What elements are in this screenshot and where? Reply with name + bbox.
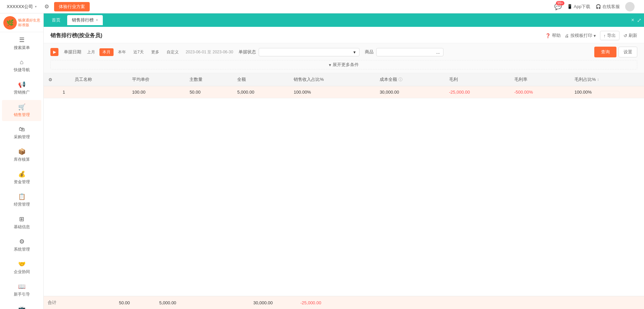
- sidebar-item-appstore[interactable]: 📺 应用中心: [2, 302, 41, 309]
- sales-icon: 🛒: [18, 103, 26, 111]
- settings-icon[interactable]: ⚙: [42, 2, 51, 11]
- export-button[interactable]: ↑ 导出: [600, 31, 620, 40]
- avatar[interactable]: [625, 2, 635, 11]
- sidebar-item-cooperation[interactable]: 🤝 企业协同: [2, 257, 41, 278]
- col-avg-price: 平均单价: [128, 73, 185, 86]
- status-select[interactable]: ▾: [259, 48, 359, 56]
- page-content: 销售排行榜(按业务员) ❓ 帮助 🖨 按模板打印 ▾ ↑ 导出: [44, 27, 644, 309]
- refresh-label: 刷新: [629, 33, 637, 39]
- sidebar-item-guide[interactable]: 📖 新手引导: [2, 279, 41, 301]
- export-icon: ↑: [604, 33, 606, 38]
- expand-down-icon: ▾: [329, 62, 331, 67]
- ranking-table: ⚙ 员工名称 平均单价 主数量 全额 销售收入占比% 成本全额 ⓘ 毛利: [44, 73, 644, 98]
- message-icon[interactable]: 💬 99+: [554, 3, 562, 10]
- footer-cells: 50.00 5,000.00 30,000.00 -25,000.00: [75, 300, 640, 305]
- table-header-row: ⚙ 员工名称 平均单价 主数量 全额 销售收入占比% 成本全额 ⓘ 毛利: [44, 73, 644, 86]
- col-profit: 毛利: [445, 73, 510, 86]
- finance-icon: 💰: [18, 170, 26, 178]
- table-row: 1 100.00 50.00 5,000.00 100.00% 30,000.0…: [44, 86, 644, 98]
- chevron-down-icon: ▾: [35, 5, 37, 8]
- marketing-icon: 📢: [18, 81, 26, 88]
- sidebar-item-marketing[interactable]: 📢 营销推广: [2, 78, 41, 99]
- sidebar-item-sales[interactable]: 🛒 销售管理: [2, 100, 41, 121]
- help-icon: ❓: [545, 33, 551, 38]
- search-order-icon: ☰: [19, 36, 25, 44]
- footer-total-label: 合计: [48, 300, 75, 306]
- home-icon: ⌂: [20, 59, 24, 66]
- date-btn-custom[interactable]: 自定义: [164, 48, 182, 56]
- table-footer: 合计 50.00 5,000.00 30,000.00 -25,000.00: [44, 296, 644, 309]
- sidebar-item-operation[interactable]: 📋 经营管理: [2, 190, 41, 211]
- cell-profit-pct: 100.00%: [570, 86, 644, 98]
- print-button[interactable]: 🖨 按模板打印 ▾: [565, 33, 596, 39]
- page-title: 销售排行榜(按业务员): [50, 32, 102, 39]
- cell-profit-rate: -500.00%: [510, 86, 570, 98]
- cell-amount: 5,000.00: [233, 86, 290, 98]
- status-label: 单据状态: [239, 49, 256, 55]
- date-btn-this-year[interactable]: 本年: [115, 48, 129, 56]
- sidebar-item-quick-nav[interactable]: ⌂ 快捷导航: [2, 55, 41, 76]
- filter-date: 单据日期 上月 本月 本年 近7天 更多 自定义 2023-06-01 至 20…: [64, 48, 233, 56]
- footer-sales-pct: [202, 300, 249, 305]
- sidebar-item-system[interactable]: ⚙ 系统管理: [2, 235, 41, 256]
- col-settings[interactable]: ⚙: [44, 73, 57, 86]
- company-selector[interactable]: XXXXXX公司 ▾: [4, 2, 39, 11]
- trial-button[interactable]: 体验行业方案: [54, 2, 90, 11]
- help-button[interactable]: ❓ 帮助: [545, 33, 561, 39]
- sidebar-item-basic[interactable]: ⊞ 基础信息: [2, 212, 41, 233]
- expand-conditions-button[interactable]: ▾ 展开更多条件: [50, 60, 637, 69]
- tab-sales-ranking[interactable]: 销售排行榜 ×: [67, 15, 103, 25]
- sidebar-item-inventory[interactable]: 📦 库存核算: [2, 145, 41, 166]
- sidebar-item-label: 库存核算: [14, 157, 30, 162]
- date-buttons: 上月 本月 本年 近7天 更多 自定义: [84, 48, 182, 56]
- sidebar-item-label: 经营管理: [14, 202, 30, 207]
- col-profit-rate: 毛利率: [510, 73, 570, 86]
- sidebar-item-label: 企业协同: [14, 269, 30, 275]
- filter-status: 单据状态 ▾: [239, 48, 359, 56]
- filter-toggle-icon[interactable]: ▶: [50, 48, 58, 56]
- sidebar-item-finance[interactable]: 💰 资金管理: [2, 167, 41, 188]
- col-sales-pct: 销售收入占比%: [290, 73, 376, 86]
- online-service[interactable]: 🎧 在线客服: [596, 4, 620, 10]
- window-close-icon[interactable]: ×: [631, 17, 634, 23]
- date-btn-last-month[interactable]: 上月: [84, 48, 98, 56]
- logo-text: 畅康通好生意 标准版: [18, 18, 40, 27]
- logo-icon: 🌿: [3, 16, 17, 30]
- service-label: 在线客服: [602, 4, 620, 10]
- cell-profit: -25,000.00: [445, 86, 510, 98]
- query-button[interactable]: 查询: [594, 47, 616, 57]
- company-name: XXXXXX公司: [7, 4, 33, 10]
- query-actions: 查询 设置: [594, 47, 637, 57]
- main-layout: 🌿 畅康通好生意 标准版 ☰ 搜索菜单 ⌂ 快捷导航 📢 营销推广 🛒 销售管理…: [0, 13, 644, 309]
- export-label: 导出: [607, 33, 616, 39]
- profit-pct-info-icon: ↕: [597, 77, 599, 82]
- top-right-actions: 💬 99+ 📱 App下载 🎧 在线客服: [554, 2, 640, 11]
- tab-home[interactable]: 首页: [46, 15, 66, 25]
- cost-info-icon: ⓘ: [398, 77, 402, 82]
- refresh-icon: ↺: [624, 33, 627, 38]
- goods-select[interactable]: ...: [376, 48, 443, 56]
- tab-right-actions: × ⤢: [631, 17, 641, 23]
- operation-icon: 📋: [18, 193, 26, 200]
- headset-icon: 🎧: [596, 4, 601, 9]
- cell-avg-price: 100.00: [128, 86, 185, 98]
- tab-close-icon[interactable]: ×: [96, 18, 98, 22]
- sidebar-item-label: 新手引导: [14, 292, 30, 297]
- app-download[interactable]: 📱 App下载: [567, 4, 590, 10]
- date-range-display: 2023-06-01 至 2023-06-30: [186, 49, 233, 55]
- date-btn-7days[interactable]: 近7天: [130, 48, 147, 56]
- top-bar: XXXXXX公司 ▾ ⚙ 体验行业方案 💬 99+ 📱 App下载 🎧 在线客服: [0, 0, 644, 13]
- refresh-button[interactable]: ↺ 刷新: [624, 33, 637, 39]
- window-expand-icon[interactable]: ⤢: [637, 17, 641, 23]
- tab-label: 销售排行榜: [72, 17, 94, 23]
- sidebar-item-label: 快捷导航: [14, 67, 30, 73]
- status-dropdown-icon: ▾: [353, 50, 356, 55]
- sidebar-item-search-order[interactable]: ☰ 搜索菜单: [2, 33, 41, 54]
- date-btn-this-month[interactable]: 本月: [99, 48, 114, 56]
- sidebar-item-purchase[interactable]: 🛍 采购管理: [2, 122, 41, 143]
- guide-icon: 📖: [18, 283, 26, 290]
- appstore-icon: 📺: [18, 305, 26, 309]
- print-icon: 🖨: [565, 33, 569, 38]
- date-btn-more[interactable]: 更多: [148, 48, 162, 56]
- table-settings-button[interactable]: 设置: [618, 47, 637, 57]
